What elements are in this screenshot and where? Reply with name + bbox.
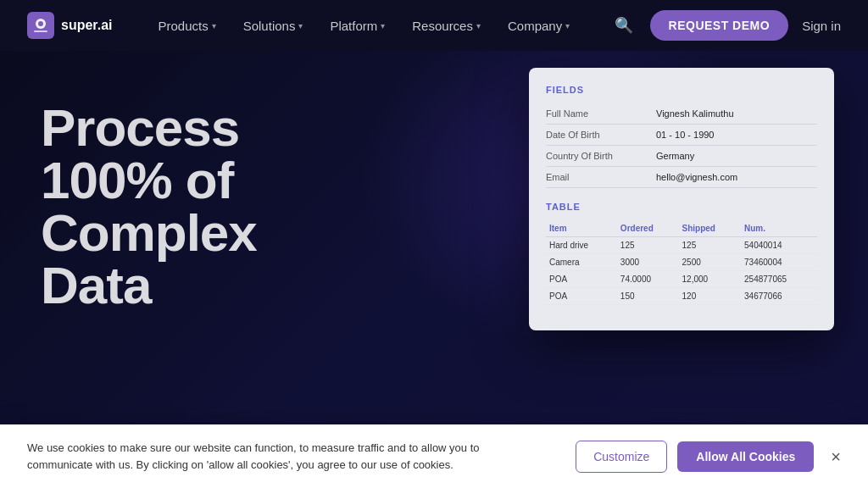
chevron-down-icon: ▾: [212, 21, 216, 30]
hero-section: Process 100% of Complex Data FIELDS Full…: [0, 51, 868, 488]
table-row: Camera3000250073460004: [546, 254, 817, 271]
nav-item-resources[interactable]: Resources ▾: [400, 12, 492, 40]
col-header-shipped: Shipped: [679, 220, 742, 237]
logo-icon: [27, 12, 54, 39]
search-icon: 🔍: [615, 17, 633, 34]
nav-actions: 🔍 REQUEST DEMO Sign in: [611, 10, 841, 41]
nav-item-solutions[interactable]: Solutions ▾: [231, 12, 315, 40]
chevron-down-icon: ▾: [476, 21, 481, 30]
allow-cookies-button[interactable]: Allow All Cookies: [677, 441, 814, 472]
logo-text: super.ai: [61, 18, 112, 33]
nav-item-platform[interactable]: Platform ▾: [318, 12, 397, 40]
cookie-text: We use cookies to make sure our website …: [27, 440, 536, 473]
close-cookie-banner-button[interactable]: ×: [831, 448, 841, 465]
chevron-down-icon: ▾: [381, 21, 385, 30]
table-section: TABLE Item Ordered Shipped Num. Hard dri…: [546, 202, 817, 305]
navigation: super.ai Products ▾ Solutions ▾ Platform…: [0, 0, 868, 51]
field-row-fullname: Full Name Vignesh Kalimuthu: [546, 103, 817, 125]
table-label: TABLE: [546, 202, 817, 212]
data-table: Item Ordered Shipped Num. Hard drive1251…: [546, 220, 817, 305]
field-row-email: Email hello@vignesh.com: [546, 167, 817, 188]
chevron-down-icon: ▾: [565, 21, 570, 30]
logo[interactable]: super.ai: [27, 12, 112, 39]
svg-point-2: [38, 21, 43, 26]
nav-links: Products ▾ Solutions ▾ Platform ▾ Resour…: [146, 12, 610, 40]
hero-text: Process 100% of Complex Data: [41, 102, 257, 312]
field-row-country: Country Of Birth Germany: [546, 146, 817, 167]
customize-button[interactable]: Customize: [576, 441, 667, 473]
cookie-actions: Customize Allow All Cookies ×: [576, 441, 841, 473]
close-icon: ×: [831, 447, 841, 466]
cookie-banner: We use cookies to make sure our website …: [0, 424, 868, 488]
table-row: POA15012034677066: [546, 288, 817, 305]
table-row: Hard drive12512554040014: [546, 237, 817, 254]
nav-item-company[interactable]: Company ▾: [496, 12, 581, 40]
nav-item-products[interactable]: Products ▾: [146, 12, 227, 40]
document-mockup: FIELDS Full Name Vignesh Kalimuthu Date …: [529, 68, 834, 330]
chevron-down-icon: ▾: [298, 21, 303, 30]
table-row: POA74.000012,000254877065: [546, 271, 817, 288]
hero-title: Process 100% of Complex Data: [41, 102, 257, 312]
fields-section: FIELDS Full Name Vignesh Kalimuthu Date …: [546, 85, 817, 188]
col-header-ordered: Ordered: [617, 220, 679, 237]
col-header-item: Item: [546, 220, 617, 237]
request-demo-button[interactable]: REQUEST DEMO: [650, 10, 789, 41]
fields-label: FIELDS: [546, 85, 817, 95]
col-header-num: Num.: [741, 220, 817, 237]
svg-rect-3: [34, 30, 47, 32]
field-row-dob: Date Of Birth 01 - 10 - 1990: [546, 125, 817, 146]
sign-in-button[interactable]: Sign in: [802, 19, 841, 33]
search-button[interactable]: 🔍: [611, 13, 637, 38]
